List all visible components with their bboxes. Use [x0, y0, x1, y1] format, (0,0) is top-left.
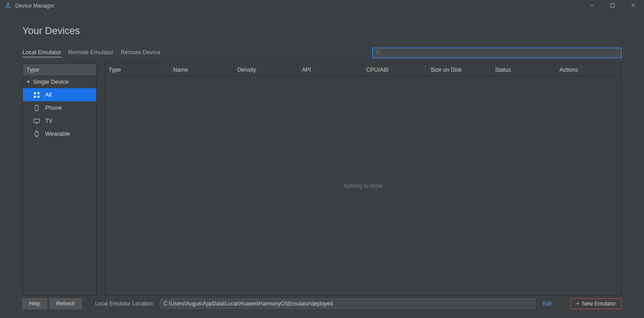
tab-remote-emulator[interactable]: Remote Emulator: [68, 49, 114, 57]
svg-rect-1: [611, 4, 614, 7]
search-input[interactable]: [383, 50, 618, 56]
tree-group-label: Single Device: [33, 78, 69, 85]
sidebar-item-wearable[interactable]: Wearable: [23, 127, 96, 140]
sidebar-item-label: All: [45, 91, 51, 98]
phone-icon: [34, 105, 40, 111]
col-name[interactable]: Name: [169, 64, 234, 76]
col-density[interactable]: Density: [234, 64, 298, 76]
tab-local-emulator[interactable]: Local Emulator: [22, 49, 61, 57]
window-minimize-button[interactable]: [586, 3, 598, 9]
col-api[interactable]: API: [298, 64, 363, 76]
table-header-row: Type Name Density API CPU/ABI Size on Di…: [105, 64, 621, 76]
sidebar-item-label: Wearable: [45, 130, 70, 137]
app-logo-icon: [4, 2, 12, 9]
col-cpu-abi[interactable]: CPU/ABI: [363, 64, 427, 76]
svg-rect-15: [36, 136, 38, 137]
emulator-location-field[interactable]: C:\Users\Augus\AppData\Local\Huawei\Harm…: [161, 299, 535, 309]
grid-icon: [34, 92, 40, 98]
sidebar-item-phone[interactable]: Phone: [23, 101, 96, 114]
title-bar: Device Manager: [0, 0, 644, 12]
col-actions[interactable]: Actions: [556, 64, 621, 76]
tv-icon: [34, 118, 40, 124]
bottom-bar: Help Refresh Local Emulator Location: C:…: [22, 298, 622, 309]
device-table: Type Name Density API CPU/ABI Size on Di…: [105, 64, 622, 296]
minimize-icon: [590, 3, 594, 8]
table-body: Nothing to show: [105, 76, 621, 295]
emulator-location-label: Local Emulator Location:: [95, 301, 154, 307]
window-maximize-button[interactable]: [606, 3, 619, 9]
svg-rect-7: [38, 92, 39, 94]
col-size-on-disk[interactable]: Size on Disk: [427, 64, 491, 76]
sidebar-item-all[interactable]: All: [23, 88, 96, 101]
svg-rect-14: [36, 131, 38, 132]
page-title: Your Devices: [22, 25, 622, 37]
svg-rect-9: [38, 95, 39, 97]
new-emulator-label: New Emulator: [582, 301, 616, 307]
help-button[interactable]: Help: [22, 298, 47, 309]
col-status[interactable]: Status: [491, 64, 556, 76]
search-icon: [376, 50, 381, 56]
refresh-button[interactable]: Refresh: [50, 298, 82, 309]
watch-icon: [34, 131, 40, 137]
search-box[interactable]: [372, 47, 622, 58]
svg-point-4: [377, 51, 380, 54]
tree-group-single-device[interactable]: ▼ Single Device: [23, 75, 96, 88]
device-source-tabs: Local Emulator Remote Emulator Remote De…: [22, 49, 372, 57]
edit-location-link[interactable]: Edit: [542, 301, 552, 307]
svg-rect-8: [34, 95, 36, 97]
sidebar-item-label: TV: [45, 117, 53, 124]
svg-rect-11: [34, 119, 39, 122]
tab-remote-device[interactable]: Remote Device: [121, 49, 161, 57]
svg-rect-6: [34, 92, 36, 94]
chevron-down-icon: ▼: [26, 80, 30, 84]
window-title: Device Manager: [15, 3, 586, 9]
sidebar-header: Type: [23, 64, 96, 75]
window-close-button[interactable]: [627, 3, 640, 9]
svg-line-5: [379, 54, 381, 55]
empty-state-text: Nothing to show: [344, 183, 382, 189]
sidebar-item-tv[interactable]: TV: [23, 114, 96, 127]
sidebar-item-label: Phone: [45, 104, 62, 111]
col-type[interactable]: Type: [105, 64, 169, 76]
svg-point-13: [35, 132, 39, 136]
type-sidebar: Type ▼ Single Device All Phone TV Wearab…: [22, 64, 97, 296]
maximize-icon: [610, 3, 615, 8]
close-icon: [631, 3, 636, 8]
svg-rect-10: [35, 105, 38, 110]
new-emulator-button[interactable]: New Emulator: [571, 298, 622, 309]
